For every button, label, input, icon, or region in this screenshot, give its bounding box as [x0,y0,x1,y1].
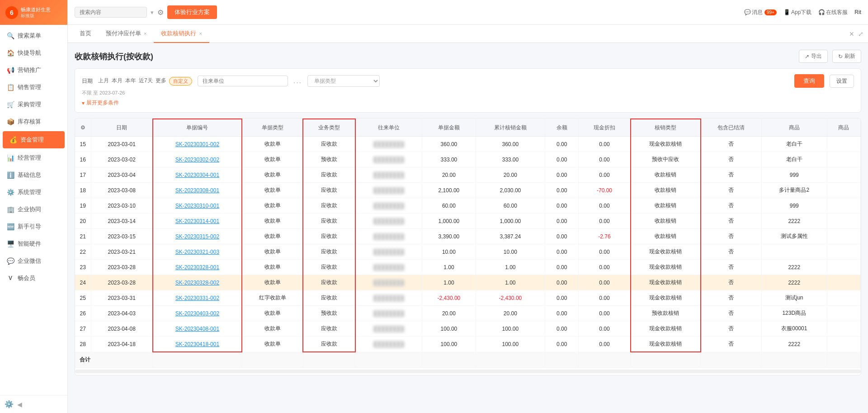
message-area[interactable]: 💬 消息 99+ [744,9,777,16]
sidebar-item-basic[interactable]: ℹ️ 基础信息 [0,166,67,184]
col-counterpart[interactable]: 往来单位 [355,119,422,137]
col-writeoff-type[interactable]: 核销类型 [631,119,701,137]
sidebar-item-inventory[interactable]: 📦 库存核算 [0,113,67,130]
col-writeoff-amount[interactable]: 累计核销金额 [476,119,545,137]
date-custom-btn[interactable]: 自定义 [169,77,192,85]
date-7days[interactable]: 近7天 [139,77,153,85]
tab-payable-close[interactable]: × [144,31,146,36]
bill-no-link[interactable]: SK-20230328-002 [175,280,219,286]
cell-product2 [827,137,860,152]
col-bill-type[interactable]: 单据类型 [242,119,303,137]
tab-close-all-icon[interactable]: ✕ [849,30,854,38]
col-include-settled[interactable]: 包含已结清 [701,119,762,137]
bill-no-link[interactable]: SK-20230302-002 [175,157,219,163]
col-gear[interactable]: ⚙ [75,119,91,137]
table-row[interactable]: 18 2023-03-08 SK-20230308-001 收款单 应收款 ██… [75,183,861,198]
table-row[interactable]: 28 2023-04-18 SK-20230418-001 收款单 应收款 ██… [75,337,861,352]
bill-no-link[interactable]: SK-20230304-001 [175,172,219,178]
table-header-row: ⚙ 日期 单据编号 单据类型 业务类型 往来单位 单据金额 累计核销金额 余额 … [75,119,861,137]
counterpart-input[interactable] [198,76,288,86]
cell-include-settled: 否 [701,260,762,275]
gear-icon[interactable]: ⚙ [157,8,164,17]
user-name[interactable]: Rit [854,9,861,15]
col-bill-amount[interactable]: 单据金额 [422,119,476,137]
table-row[interactable]: 27 2023-04-08 SK-20230408-001 收款单 应收款 ██… [75,321,861,337]
sidebar-item-member[interactable]: V 畅会员 [0,270,67,287]
date-more[interactable]: 更多 [156,77,166,85]
bill-no-link[interactable]: SK-20230315-002 [175,233,219,240]
sidebar-item-sales[interactable]: 📋 销售管理 [0,79,67,96]
settings-btn[interactable]: 设置 [830,75,854,88]
cell-bill-amount: 3,390.00 [422,229,476,244]
bill-no-link[interactable]: SK-20230310-001 [175,203,219,209]
settings-icon[interactable]: ⚙️ [5,400,14,408]
date-this-year[interactable]: 本年 [125,77,136,85]
cell-cash-discount: 0.00 [579,214,631,229]
collapse-icon[interactable]: ◀ [17,401,22,408]
sidebar-item-quicknav[interactable]: 🏠 快捷导航 [0,44,67,62]
search-icon: 🔍 [7,32,14,39]
tab-expand-icon[interactable]: ⤢ [858,30,863,38]
query-btn[interactable]: 查询 [794,74,824,88]
table-row[interactable]: 17 2023-03-04 SK-20230304-001 收款单 应收款 ██… [75,167,861,183]
cell-product: 测试jun [761,290,827,306]
sidebar-item-enterprise[interactable]: 🏢 企业协同 [0,201,67,218]
table-row[interactable]: 24 2023-03-28 SK-20230328-002 收款单 应收款 ██… [75,275,861,290]
sidebar-item-marketing[interactable]: 📢 营销推广 [0,62,67,79]
bill-no-link[interactable]: SK-20230328-001 [175,264,219,271]
tab-payable[interactable]: 预付冲应付单 × [99,25,154,43]
sidebar-item-hardware[interactable]: 🖥️ 智能硬件 [0,235,67,252]
bill-type-select[interactable]: 单据类型 [307,75,380,87]
date-last-month[interactable]: 上月 [98,77,109,85]
tab-writeoff[interactable]: 收款核销执行 × [154,25,209,43]
bill-no-link[interactable]: SK-20230403-002 [175,310,219,317]
table-row[interactable]: 25 2023-03-31 SK-20230331-002 红字收款单 应收款 … [75,290,861,306]
table-row[interactable]: 26 2023-04-03 SK-20230403-002 收款单 预收款 ██… [75,306,861,321]
tab-writeoff-close[interactable]: × [199,31,202,36]
col-balance[interactable]: 余额 [545,119,579,137]
app-download[interactable]: 📱 App下载 [783,9,811,16]
tab-home[interactable]: 首页 [72,25,99,43]
table-scrollbar[interactable] [75,370,861,373]
table-row[interactable]: 20 2023-03-14 SK-20230314-001 收款单 应收款 ██… [75,214,861,229]
bill-no-link[interactable]: SK-20230308-001 [175,187,219,194]
table-row[interactable]: 21 2023-03-15 SK-20230315-002 收款单 应收款 ██… [75,229,861,244]
dropdown-icon[interactable]: ▾ [151,9,154,16]
cell-bill-type: 收款单 [242,214,303,229]
table-row[interactable]: 19 2023-03-10 SK-20230310-001 收款单 应收款 ██… [75,198,861,214]
col-biz-type[interactable]: 业务类型 [303,119,355,137]
col-date[interactable]: 日期 [91,119,153,137]
bill-no-link[interactable]: SK-20230314-001 [175,218,219,224]
table-row[interactable]: 22 2023-03-21 SK-20230321-003 收款单 应收款 ██… [75,244,861,260]
col-product[interactable]: 商品 [761,119,827,137]
online-service[interactable]: 🎧 在线客服 [818,9,848,16]
bill-no-link[interactable]: SK-20230301-002 [175,141,219,147]
sidebar-item-guide[interactable]: 🆕 新手引导 [0,218,67,235]
search-input[interactable] [75,7,147,18]
sidebar-item-search[interactable]: 🔍 搜索菜单 [0,27,67,44]
table-row[interactable]: 15 2023-03-01 SK-20230301-002 收款单 应收款 ██… [75,137,861,152]
cell-writeoff-type: 收款核销 [631,167,701,183]
refresh-btn[interactable]: ↻ 刷新 [832,50,861,63]
bill-no-link[interactable]: SK-20230331-002 [175,295,219,301]
bill-no-link[interactable]: SK-20230321-003 [175,249,219,255]
sidebar-item-finance[interactable]: 💰 资金管理 [3,131,65,148]
sidebar-item-purchase[interactable]: 🛒 采购管理 [0,96,67,113]
export-btn[interactable]: ↗ 导出 [799,50,828,63]
sidebar-item-label: 采购管理 [18,100,41,109]
bill-no-link[interactable]: SK-20230408-001 [175,326,219,332]
industry-btn[interactable]: 体验行业方案 [167,5,217,19]
table-row[interactable]: 16 2023-03-02 SK-20230302-002 收款单 预收款 ██… [75,152,861,167]
col-bill-no[interactable]: 单据编号 [153,119,242,137]
col-product2[interactable]: 商品 [827,119,860,137]
bill-no-link[interactable]: SK-20230418-001 [175,341,219,347]
col-cash-discount[interactable]: 现金折扣 [579,119,631,137]
date-this-month[interactable]: 本月 [112,77,123,85]
cell-biz-type: 应收款 [303,244,355,260]
sidebar-item-system[interactable]: ⚙️ 系统管理 [0,184,67,201]
sidebar-item-operation[interactable]: 📊 经营管理 [0,149,67,166]
table-row[interactable]: 23 2023-03-28 SK-20230328-001 收款单 应收款 ██… [75,260,861,275]
sidebar-item-wechat[interactable]: 💬 企业微信 [0,252,67,270]
cell-product: 衣服00001 [761,321,827,337]
filter-expand[interactable]: ▾ 展开更多条件 [82,99,854,107]
